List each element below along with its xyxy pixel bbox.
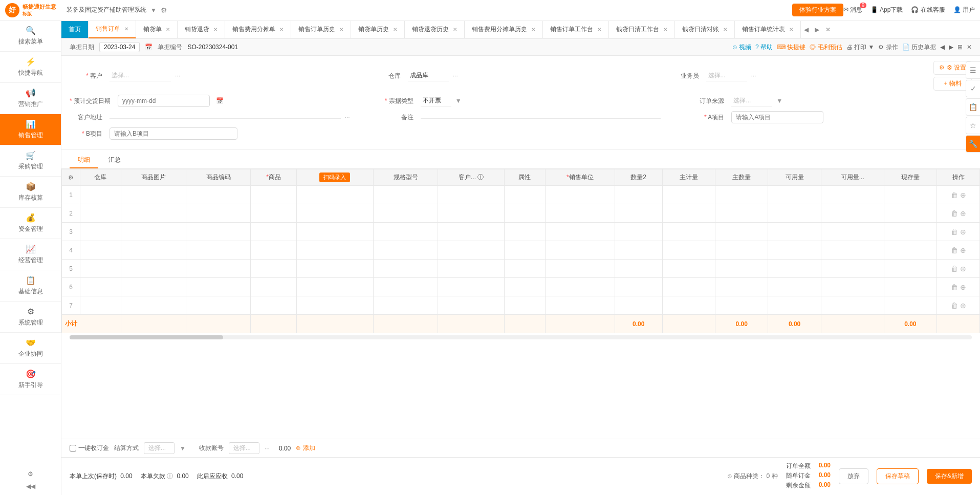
sidebar-item-system[interactable]: ⚙ 系统管理 xyxy=(0,302,61,333)
action-link[interactable]: ⚙ 操作 xyxy=(878,43,898,52)
sidebar-settings-icon[interactable]: ⚙ xyxy=(28,470,33,478)
close-btn[interactable]: ✕ xyxy=(967,44,972,51)
sidebar-item-guide[interactable]: 🎯 新手引导 xyxy=(0,364,61,395)
scan-btn[interactable]: 扫码录入 xyxy=(319,173,350,182)
delete-icon-5[interactable]: 🗑 xyxy=(951,265,958,273)
salesperson-placeholder[interactable]: 选择... xyxy=(706,70,747,81)
calendar-icon[interactable]: 📅 xyxy=(145,44,153,51)
tab-close-sales-return[interactable]: ✕ xyxy=(213,27,217,32)
invoice-type-dropdown[interactable]: ▼ xyxy=(455,97,462,104)
tab-close-daily-reconcile[interactable]: ✕ xyxy=(723,27,727,32)
copy-icon-7[interactable]: ⊕ xyxy=(960,302,966,310)
tab-sales-invoice[interactable]: 销货单 ✕ xyxy=(136,21,178,38)
payment-amount[interactable]: 0.00 xyxy=(279,445,291,452)
copy-icon-5[interactable]: ⊕ xyxy=(960,265,966,273)
row-1-product-img[interactable] xyxy=(121,186,186,204)
row-1-qty2[interactable] xyxy=(615,186,662,204)
invoice-type-value[interactable]: 不开票 xyxy=(421,95,451,106)
view-link[interactable]: ⊙ 视频 xyxy=(732,43,751,52)
payment-method-dropdown[interactable]: ▼ xyxy=(180,445,186,452)
tab-close-invoice-history[interactable]: ✕ xyxy=(393,27,397,32)
row-1-scan[interactable] xyxy=(296,186,373,204)
warehouse-value[interactable]: 成品库 xyxy=(408,70,449,81)
print-link[interactable]: 🖨 打印 ▼ xyxy=(846,43,875,52)
row-1-main-qty[interactable] xyxy=(715,186,768,204)
sidebar-item-marketing[interactable]: 📢 营销推广 xyxy=(0,83,61,114)
tab-sales-order-history[interactable]: 销售订单历史 ✕ xyxy=(291,21,351,38)
tab-nav-prev[interactable]: ◀ xyxy=(801,26,812,33)
tab-close-sales-invoice[interactable]: ✕ xyxy=(166,27,170,32)
sidebar-item-collab[interactable]: 🤝 企业协同 xyxy=(0,333,61,364)
b-project-input[interactable] xyxy=(110,127,237,140)
addr-more-btn[interactable]: ··· xyxy=(345,114,350,121)
row-1-warehouse[interactable] xyxy=(80,186,121,204)
row-1-available[interactable] xyxy=(768,186,821,204)
sidebar-item-basic[interactable]: 📋 基础信息 xyxy=(0,270,61,302)
settings-gear-icon[interactable]: ⚙ xyxy=(161,6,167,14)
tab-close-return-history[interactable]: ✕ xyxy=(453,27,457,32)
tab-close-sales-expense[interactable]: ✕ xyxy=(279,27,284,32)
add-payment-btn[interactable]: ⊕ 添加 xyxy=(296,444,315,453)
one-click-input[interactable] xyxy=(70,445,76,451)
trial-button[interactable]: 体验行业方案 xyxy=(792,4,843,16)
tab-sales-expense-history[interactable]: 销售费用分摊单历史 ✕ xyxy=(465,21,543,38)
system-dropdown-icon[interactable]: ▼ xyxy=(150,7,157,14)
shortcut-link[interactable]: ⌨ 快捷键 xyxy=(777,43,805,52)
payment-method-value[interactable]: 选择... xyxy=(144,442,175,454)
tab-close-sales-stats[interactable]: ✕ xyxy=(789,27,793,32)
tab-close-order-history[interactable]: ✕ xyxy=(339,27,343,32)
sidebar-item-finance[interactable]: 💰 资金管理 xyxy=(0,208,61,239)
sidebar-item-sales[interactable]: 📊 销售管理 xyxy=(0,114,61,145)
tab-close-sales-order[interactable]: ✕ xyxy=(124,26,128,32)
save-new-button[interactable]: 保存&新增 xyxy=(927,469,972,484)
row-1-customer-code[interactable] xyxy=(438,186,504,204)
tab-nav-next[interactable]: ▶ xyxy=(812,26,822,33)
warehouse-more-btn[interactable]: ··· xyxy=(453,72,458,79)
app-download-btn[interactable]: 📱 App下载 xyxy=(870,6,903,14)
float-clipboard-btn[interactable]: 📋 xyxy=(966,98,980,116)
row-1-product[interactable] xyxy=(251,186,296,204)
copy-icon-6[interactable]: ⊕ xyxy=(960,283,966,291)
row-1-available2[interactable] xyxy=(821,186,884,204)
order-source-dropdown[interactable]: ▼ xyxy=(776,97,782,104)
tab-nav-close-all[interactable]: ✕ xyxy=(822,26,834,33)
copy-icon-2[interactable]: ⊕ xyxy=(960,209,966,218)
row-1-current[interactable] xyxy=(884,186,937,204)
help-link[interactable]: ? 帮助 xyxy=(755,43,773,52)
tab-close-daily-workbench[interactable]: ✕ xyxy=(663,27,667,32)
row-1-spec[interactable] xyxy=(373,186,438,204)
horizontal-scrollbar[interactable] xyxy=(70,335,972,339)
sidebar-item-inventory[interactable]: 📦 库存核算 xyxy=(0,177,61,208)
message-btn[interactable]: ✉ 9 消息 xyxy=(843,6,862,14)
tab-close-workbench[interactable]: ✕ xyxy=(597,27,601,32)
history-link[interactable]: 📄 历史单据 xyxy=(902,43,936,52)
delete-icon-3[interactable]: 🗑 xyxy=(951,228,958,236)
copy-icon-4[interactable]: ⊕ xyxy=(960,246,966,254)
date-value[interactable]: 2023-03-24 xyxy=(99,42,140,52)
user-btn[interactable]: 👤 用户 xyxy=(953,6,975,14)
discard-button[interactable]: 放弃 xyxy=(839,468,868,484)
customer-placeholder[interactable]: 选择... xyxy=(110,70,171,81)
tab-sales-invoice-history[interactable]: 销货单历史 ✕ xyxy=(351,21,405,38)
tab-sales-return-history[interactable]: 销货退货历史 ✕ xyxy=(405,21,465,38)
float-list-btn[interactable]: ☰ xyxy=(966,61,980,79)
online-service-btn[interactable]: 🎧 在线客服 xyxy=(911,6,945,14)
float-tool-btn[interactable]: 🔧 xyxy=(966,135,980,153)
tab-sales-return[interactable]: 销货退货 ✕ xyxy=(178,21,225,38)
float-check-btn[interactable]: ✓ xyxy=(966,80,980,97)
row-1-sales-unit[interactable] xyxy=(545,186,615,204)
sidebar-item-operation[interactable]: 📈 经营管理 xyxy=(0,239,61,270)
tab-sales-workbench[interactable]: 销售订单工作台 ✕ xyxy=(543,21,609,38)
delete-icon-2[interactable]: 🗑 xyxy=(951,209,958,218)
th-gear[interactable]: ⚙ xyxy=(62,169,80,186)
expand-btn[interactable]: ⊞ xyxy=(957,44,963,51)
copy-icon-3[interactable]: ⊕ xyxy=(960,228,966,236)
account-more-btn[interactable]: ··· xyxy=(265,445,270,452)
one-click-checkbox[interactable]: 一键收订金 xyxy=(70,444,109,453)
tab-sales-stats[interactable]: 销售订单统计表 ✕ xyxy=(735,21,801,38)
scrollbar-thumb[interactable] xyxy=(70,335,223,339)
date-picker-icon[interactable]: 📅 xyxy=(216,97,224,104)
tab-sales-expense[interactable]: 销售费用分摊单 ✕ xyxy=(225,21,291,38)
tab-home[interactable]: 首页 xyxy=(61,21,89,38)
tab-daily-clear-workbench[interactable]: 钱货日清工作台 ✕ xyxy=(609,21,675,38)
